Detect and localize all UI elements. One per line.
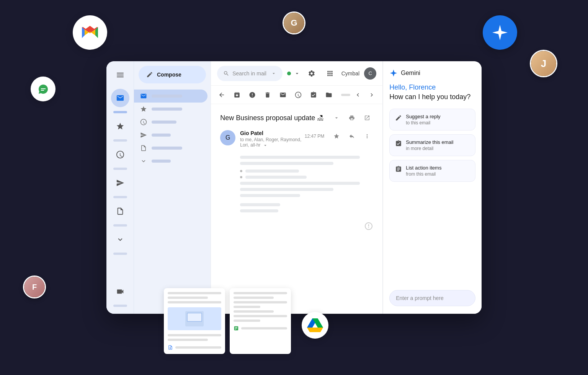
status-dropdown-icon[interactable]	[294, 70, 300, 77]
avatar-right: J	[530, 50, 557, 77]
settings-button[interactable]	[305, 67, 318, 80]
nav-label-snoozed	[113, 168, 127, 170]
body-line-6	[240, 203, 280, 206]
gemini-logo-float	[483, 15, 517, 50]
nav-starred[interactable]	[134, 103, 207, 116]
sidebar	[106, 61, 134, 314]
google-drive-logo-float	[302, 312, 328, 339]
email-action-buttons: 12:47 PM	[305, 130, 373, 142]
suggestion-sub-1: to this email	[406, 120, 440, 126]
nav-inbox[interactable]	[134, 90, 207, 103]
nav-label-sent	[113, 196, 127, 198]
nav-label-video	[113, 305, 127, 307]
delete-button[interactable]	[261, 89, 274, 101]
mark-read-button[interactable]	[277, 89, 289, 101]
svg-rect-4	[117, 77, 124, 77]
sidebar-item-drafts[interactable]	[111, 202, 129, 220]
paging-controls	[341, 89, 378, 101]
gemini-greeting: Hello, Florence	[389, 83, 475, 91]
body-line-5	[240, 194, 300, 197]
drive-docs-overlay	[164, 288, 291, 354]
menu-icon[interactable]	[113, 67, 128, 83]
gemini-panel: Gemini Hello, Florence How can I help yo…	[383, 61, 482, 314]
header-icons: Cymbal C	[287, 67, 376, 80]
avatar-left-bottom: F	[23, 276, 46, 298]
gemini-input-placeholder: Enter a prompt here	[396, 295, 444, 301]
search-icon	[223, 70, 229, 77]
nav-sent-label	[152, 134, 171, 137]
next-email-button[interactable]	[366, 89, 378, 101]
gemini-prompt-input[interactable]: Enter a prompt here	[389, 290, 475, 306]
more-button[interactable]	[361, 130, 373, 142]
body-line-4	[240, 188, 333, 191]
sidebar-item-snoozed[interactable]	[111, 145, 129, 164]
gemini-spacer	[389, 186, 475, 290]
suggest-reply-icon	[395, 114, 402, 121]
nav-snoozed-label	[152, 121, 176, 124]
nav-snoozed[interactable]	[134, 116, 207, 129]
gemini-subtitle: How can I help you today?	[389, 93, 475, 101]
apps-icon	[326, 70, 334, 77]
email-body	[220, 156, 373, 212]
user-avatar[interactable]: C	[364, 67, 376, 80]
email-area: Search in mail	[211, 61, 383, 314]
svg-rect-7	[188, 313, 201, 321]
compose-button[interactable]: Compose	[139, 66, 206, 83]
suggestion-sub-3: from this email	[406, 171, 441, 177]
nav-sent[interactable]	[134, 129, 207, 142]
recipients-dropdown-icon[interactable]	[263, 143, 268, 148]
sender-to: to me, Alan, Roger, Raymond, Lori, all-h…	[240, 137, 305, 148]
gmail-logo-float	[73, 15, 107, 50]
spam-button[interactable]	[246, 89, 258, 101]
email-subject: New Business proposal update 🏖	[220, 112, 373, 124]
suggestion-text-3: List action items from this email	[406, 165, 441, 177]
open-new-button[interactable]	[361, 112, 373, 124]
body-line-1	[240, 156, 360, 159]
move-button[interactable]	[323, 89, 335, 101]
apps-button[interactable]	[323, 67, 337, 80]
settings-icon	[308, 70, 315, 77]
svg-rect-2	[117, 73, 124, 73]
svg-rect-3	[117, 75, 124, 75]
sidebar-item-inbox[interactable]	[111, 89, 129, 107]
nav-drafts[interactable]	[134, 142, 207, 155]
reply-button[interactable]	[346, 130, 358, 142]
search-bar[interactable]: Search in mail	[217, 66, 283, 81]
body-line-2	[240, 162, 333, 165]
email-content: New Business proposal update 🏖 G	[211, 104, 382, 314]
nav-more[interactable]	[134, 155, 207, 168]
suggestion-list-action-items[interactable]: List action items from this email	[389, 160, 475, 182]
prev-email-button[interactable]	[352, 89, 364, 101]
suggestion-title-3: List action items	[406, 165, 441, 171]
print-button[interactable]	[346, 112, 358, 124]
two-panel: Compose	[134, 61, 482, 314]
doc-card-1[interactable]	[164, 288, 225, 354]
doc-footer-2	[234, 326, 287, 331]
compose-label: Compose	[157, 72, 181, 78]
nav-label-more	[113, 253, 127, 255]
sender-avatar: G	[220, 130, 235, 145]
suggestion-summarize-email[interactable]: Summarize this email in more detail	[389, 134, 475, 156]
google-chat-icon-float	[31, 77, 56, 101]
expand-button[interactable]	[330, 112, 343, 124]
bullet-1	[240, 170, 373, 173]
left-nav: Compose	[134, 61, 211, 314]
nav-label-starred	[113, 139, 127, 142]
sidebar-item-starred[interactable]	[111, 117, 129, 135]
sender-name: Gio Patel	[240, 130, 305, 136]
sidebar-item-sent[interactable]	[111, 174, 129, 192]
archive-button[interactable]	[231, 89, 243, 101]
tasks-button[interactable]	[307, 89, 320, 101]
star-button[interactable]	[330, 130, 343, 142]
bullet-2	[240, 176, 373, 179]
back-button[interactable]	[216, 89, 228, 101]
nav-label-drafts	[113, 224, 127, 227]
search-dropdown-icon[interactable]	[271, 71, 276, 76]
doc-card-2[interactable]	[230, 288, 291, 354]
signature-icon	[364, 222, 373, 231]
sidebar-item-more[interactable]	[111, 230, 129, 249]
sidebar-item-video[interactable]	[111, 282, 129, 301]
suggestion-suggest-reply[interactable]: Suggest a reply to this email	[389, 109, 475, 130]
suggestion-text-1: Suggest a reply to this email	[406, 114, 440, 126]
snooze-button[interactable]	[292, 89, 304, 101]
